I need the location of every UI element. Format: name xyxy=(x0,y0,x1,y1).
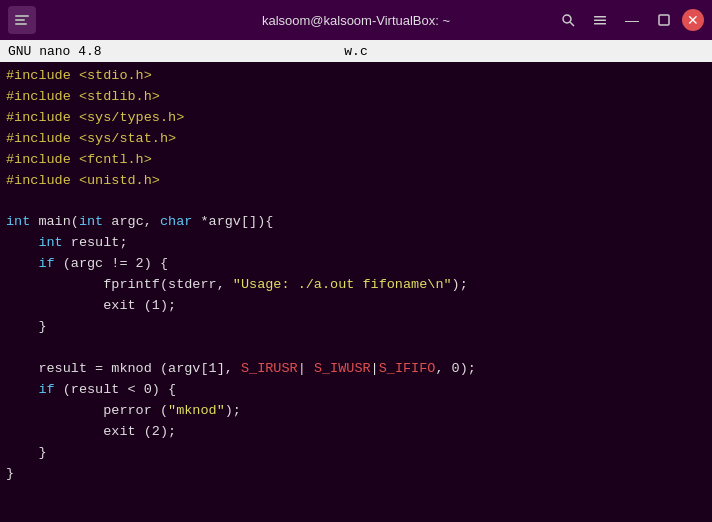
titlebar: kalsoom@kalsoom-VirtualBox: ~ — ✕ xyxy=(0,0,712,40)
minimize-button[interactable]: — xyxy=(618,6,646,34)
nano-version: GNU nano 4.8 xyxy=(8,44,102,59)
svg-rect-6 xyxy=(594,20,606,22)
search-button[interactable] xyxy=(554,6,582,34)
code-line-if2: if (result < 0) { xyxy=(6,380,706,401)
code-editor[interactable]: #include <stdio.h> #include <stdlib.h> #… xyxy=(0,62,712,522)
app-icon xyxy=(8,6,36,34)
code-line-result: int result; xyxy=(6,233,706,254)
code-line-1: #include <stdio.h> xyxy=(6,66,706,87)
svg-rect-8 xyxy=(659,15,669,25)
code-line-brace2: } xyxy=(6,443,706,464)
close-button[interactable]: ✕ xyxy=(682,9,704,31)
code-line-mknod: result = mknod (argv[1], S_IRUSR| S_IWUS… xyxy=(6,359,706,380)
titlebar-left xyxy=(8,6,36,34)
code-line-exit1: exit (1); xyxy=(6,296,706,317)
code-line-6: #include <unistd.h> xyxy=(6,171,706,192)
code-line-2: #include <stdlib.h> xyxy=(6,87,706,108)
nano-bar: GNU nano 4.8 w.c xyxy=(0,40,712,62)
code-line-fprintf: fprintf(stderr, "Usage: ./a.out fifoname… xyxy=(6,275,706,296)
code-line-blank1 xyxy=(6,192,706,213)
code-line-5: #include <fcntl.h> xyxy=(6,150,706,171)
menu-button[interactable] xyxy=(586,6,614,34)
svg-rect-5 xyxy=(594,16,606,18)
titlebar-controls: — ✕ xyxy=(554,6,704,34)
titlebar-title: kalsoom@kalsoom-VirtualBox: ~ xyxy=(262,13,450,28)
nano-filename: w.c xyxy=(344,44,367,59)
code-line-main: int main(int argc, char *argv[]){ xyxy=(6,212,706,233)
code-line-if1: if (argc != 2) { xyxy=(6,254,706,275)
svg-line-4 xyxy=(570,22,574,26)
svg-rect-2 xyxy=(15,23,27,25)
code-line-blank2 xyxy=(6,338,706,359)
code-line-perror: perror ("mknod"); xyxy=(6,401,706,422)
code-line-3: #include <sys/types.h> xyxy=(6,108,706,129)
svg-rect-1 xyxy=(15,19,25,21)
svg-point-3 xyxy=(563,15,571,23)
svg-rect-7 xyxy=(594,23,606,25)
svg-rect-0 xyxy=(15,15,29,17)
code-line-exit2: exit (2); xyxy=(6,422,706,443)
code-line-brace3: } xyxy=(6,464,706,485)
code-line-4: #include <sys/stat.h> xyxy=(6,129,706,150)
code-line-brace1: } xyxy=(6,317,706,338)
maximize-button[interactable] xyxy=(650,6,678,34)
